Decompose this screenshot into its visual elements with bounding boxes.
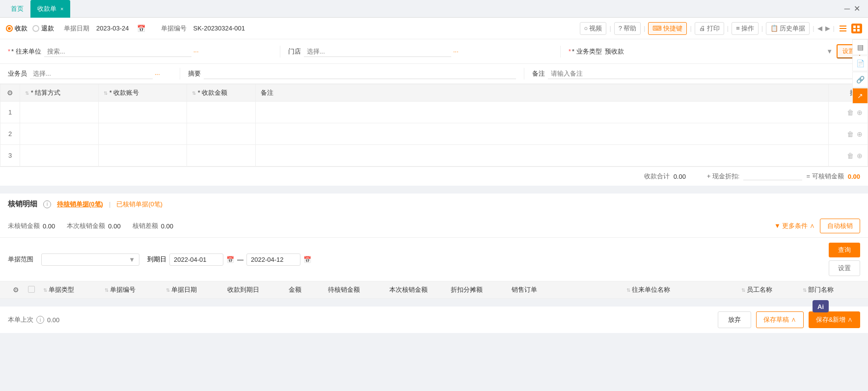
due-date-col-header: 收款到期日 xyxy=(223,285,285,294)
video-btn[interactable]: ○ 视频 xyxy=(580,22,607,35)
history-label: 历史单据 xyxy=(780,24,805,33)
calendar-icon[interactable]: 📅 xyxy=(137,25,145,32)
copy-row-2-icon[interactable]: ⊕ xyxy=(857,130,863,138)
verification-info-icon[interactable]: i xyxy=(43,200,51,208)
sort-icon-staff[interactable]: ⇅ xyxy=(741,287,745,293)
window-close-icon[interactable]: ✕ xyxy=(854,4,860,13)
view-toggle[interactable] xyxy=(838,24,848,33)
operation-btn[interactable]: ≡ 操作 xyxy=(732,22,759,35)
nav-next-icon[interactable]: ▶ xyxy=(825,25,830,32)
copy-row-3-icon[interactable]: ⊕ xyxy=(857,152,863,160)
account-3[interactable] xyxy=(99,145,187,167)
action-3: 🗑 ⊕ xyxy=(829,145,868,167)
sort-icon-amount[interactable]: ⇅ xyxy=(192,90,196,96)
discount-input[interactable] xyxy=(743,172,802,180)
print-btn[interactable]: 🖨 打印 xyxy=(695,22,724,35)
amount-3[interactable] xyxy=(187,145,256,167)
tab-done[interactable]: 已核销单据(0笔) xyxy=(116,200,163,209)
date-from-icon[interactable]: 📅 xyxy=(226,256,234,263)
total-value: 0.00 xyxy=(674,173,703,180)
sidebar-doc-icon[interactable]: 📄 xyxy=(852,56,868,71)
date-from-input[interactable] xyxy=(169,253,223,266)
remark-2[interactable] xyxy=(256,123,829,145)
auto-clear-btn[interactable]: 自动核销 xyxy=(820,219,860,233)
shortcut-btn[interactable]: ⌨ 快捷键 xyxy=(648,22,687,35)
summary-input[interactable] xyxy=(204,68,516,79)
save-draft-btn[interactable]: 保存草稿 ∧ xyxy=(756,311,804,328)
receipt-radio[interactable]: 收款 xyxy=(6,24,27,33)
select-all-checkbox[interactable] xyxy=(28,286,35,293)
account-1[interactable] xyxy=(99,102,187,123)
copy-row-1-icon[interactable]: ⊕ xyxy=(857,109,863,116)
window-minimize-icon[interactable]: ─ xyxy=(844,4,850,13)
sidebar-expand-icon[interactable]: ↗ xyxy=(852,88,868,104)
staff-more-btn[interactable]: ··· xyxy=(153,70,162,78)
form-area: * * 往来单位 ··· 门店 ··· * * 业务类型 预收款 ▼ 设置 xyxy=(0,39,868,64)
bottom-settings-icon[interactable]: ⚙ xyxy=(13,286,19,294)
query-btn[interactable]: 查询 xyxy=(829,243,860,257)
per-order-info-icon[interactable]: i xyxy=(36,316,44,324)
tab-home[interactable]: 首页 xyxy=(4,0,30,18)
settlement-3[interactable] xyxy=(20,145,99,167)
grid-view-icon[interactable] xyxy=(851,24,862,33)
help-icon: ? xyxy=(619,25,622,32)
partner-required: * xyxy=(8,48,10,55)
sort-icon-settlement[interactable]: ⇅ xyxy=(25,90,29,96)
date-to-icon[interactable]: 📅 xyxy=(303,256,311,263)
tab-close-icon[interactable]: × xyxy=(60,6,63,12)
filter-settings-btn[interactable]: 设置 xyxy=(829,260,860,276)
sort-icon-doc-num[interactable]: ⇅ xyxy=(105,287,108,293)
amount-2[interactable] xyxy=(187,123,256,145)
sort-icon-doc-date[interactable]: ⇅ xyxy=(166,287,170,293)
delete-row-3-icon[interactable]: 🗑 xyxy=(847,152,854,160)
divider-4 xyxy=(524,68,524,80)
save-new-btn[interactable]: 保存&新增 ∧ xyxy=(809,311,860,328)
operation-icon: ≡ xyxy=(736,25,740,32)
remark-3[interactable] xyxy=(256,145,829,167)
summary-field: 摘要 xyxy=(188,68,516,79)
remark-input[interactable] xyxy=(548,68,860,79)
sidebar-table-icon[interactable]: ▤ xyxy=(852,39,868,55)
save-new-label: 保存&新增 ∧ xyxy=(816,315,853,324)
date-to-input[interactable] xyxy=(246,253,300,266)
amount-1[interactable] xyxy=(187,102,256,123)
remark-1[interactable] xyxy=(256,102,829,123)
range-select[interactable]: ▼ xyxy=(41,253,139,266)
partner-name-col-header: ⇅ 往来单位名称 xyxy=(623,285,737,294)
bottom-settings-col[interactable]: ⚙ xyxy=(8,286,24,294)
biz-type-dropdown-icon[interactable]: ▼ xyxy=(826,48,833,55)
discount-label: + 现金折扣: xyxy=(707,172,740,181)
tab-receipt[interactable]: 收款单 × xyxy=(30,0,70,18)
discard-btn[interactable]: 放弃 xyxy=(718,311,751,328)
settlement-2[interactable] xyxy=(20,123,99,145)
ai-badge[interactable]: Ai xyxy=(813,300,829,312)
history-btn[interactable]: 📋 历史单据 xyxy=(766,22,810,35)
sort-icon-doc-type[interactable]: ⇅ xyxy=(43,287,47,293)
ai-text: Ai xyxy=(817,303,824,310)
remark-header-label: 备注 xyxy=(261,89,273,96)
settlement-1[interactable] xyxy=(20,102,99,123)
sidebar-link-icon[interactable]: 🔗 xyxy=(852,72,868,87)
staff-input[interactable] xyxy=(30,68,153,79)
more-conditions-btn[interactable]: ▼ 更多条件 ∧ xyxy=(774,222,815,230)
refund-radio[interactable]: 退款 xyxy=(32,24,54,33)
delete-row-2-icon[interactable]: 🗑 xyxy=(847,130,854,138)
store-more-btn[interactable]: ··· xyxy=(451,48,461,55)
footer-action-bar: 本单上次 i 0.00 放弃 保存草稿 ∧ 保存&新增 ∧ xyxy=(0,303,868,333)
result-label: = 可核销金额 xyxy=(806,172,843,181)
sort-icon-dept[interactable]: ⇅ xyxy=(803,287,807,293)
operation-label: 操作 xyxy=(741,24,754,33)
tab-pending[interactable]: 待核销单据(0笔) xyxy=(57,200,103,209)
store-input[interactable] xyxy=(304,46,451,57)
sort-icon-partner[interactable]: ⇅ xyxy=(626,287,630,293)
help-btn[interactable]: ? 帮助 xyxy=(614,22,641,35)
delete-row-1-icon[interactable]: 🗑 xyxy=(847,109,854,116)
table-settings-icon[interactable]: ⚙ xyxy=(7,89,13,97)
partner-input[interactable] xyxy=(44,46,191,57)
partner-more-btn[interactable]: ··· xyxy=(191,48,201,55)
account-2[interactable] xyxy=(99,123,187,145)
sort-icon-account[interactable]: ⇅ xyxy=(104,90,108,96)
verification-actions: ▼ 更多条件 ∧ 自动核销 xyxy=(774,219,860,233)
nav-prev-icon[interactable]: ◀ xyxy=(817,25,822,32)
settings-col[interactable]: ⚙ xyxy=(0,84,20,102)
